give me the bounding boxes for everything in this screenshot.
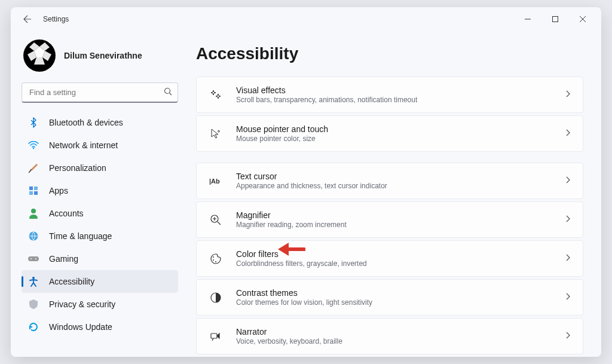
svg-point-25 — [215, 261, 216, 262]
chevron-right-icon — [565, 253, 571, 264]
main-panel: Accessibility Visual effects Scroll bars… — [184, 31, 601, 357]
sidebar-item-label: Personalization — [49, 163, 106, 173]
close-icon — [580, 16, 586, 22]
sidebar-item-accounts[interactable]: Accounts — [22, 202, 178, 225]
cursor-icon — [209, 127, 223, 141]
accessibility-icon — [27, 276, 39, 287]
card-narrator[interactable]: Narrator Voice, verbosity, keyboard, bra… — [196, 318, 583, 354]
page-title: Accessibility — [196, 44, 583, 63]
card-title: Narrator — [236, 327, 565, 337]
sidebar: Dilum Senevirathne Bluetooth & devices N… — [11, 31, 184, 357]
svg-text:|Ab: |Ab — [209, 178, 220, 185]
card-desc: Colorblindness filters, grayscale, inver… — [236, 259, 565, 268]
minimize-icon — [525, 16, 531, 22]
back-button[interactable] — [19, 11, 36, 27]
palette-icon — [209, 252, 223, 266]
svg-point-19 — [35, 258, 36, 259]
card-visual-effects[interactable]: Visual effects Scroll bars, transparency… — [196, 77, 583, 113]
shield-icon — [27, 298, 39, 310]
card-desc: Color themes for low vision, light sensi… — [236, 298, 565, 307]
sidebar-item-label: Accessibility — [49, 277, 94, 286]
chevron-right-icon — [565, 331, 571, 342]
svg-point-23 — [213, 256, 214, 258]
maximize-icon — [552, 16, 558, 22]
person-icon — [27, 207, 39, 219]
sidebar-item-time-language[interactable]: Time & language — [22, 225, 178, 247]
sidebar-item-label: Apps — [49, 186, 68, 195]
sidebar-item-label: Bluetooth & devices — [49, 118, 123, 127]
card-desc: Mouse pointer color, size — [236, 134, 565, 143]
back-arrow-icon — [23, 14, 32, 24]
card-mouse-pointer[interactable]: Mouse pointer and touch Mouse pointer co… — [196, 115, 583, 152]
card-contrast-themes[interactable]: Contrast themes Color themes for low vis… — [196, 279, 583, 316]
svg-point-15 — [31, 209, 36, 213]
sidebar-item-personalization[interactable]: Personalization — [22, 157, 178, 179]
narrator-icon — [209, 329, 223, 344]
search-input[interactable] — [22, 82, 178, 103]
sidebar-item-gaming[interactable]: Gaming — [22, 247, 178, 270]
window-title: Settings — [43, 15, 69, 23]
globe-icon — [27, 230, 39, 242]
chevron-right-icon — [565, 90, 571, 100]
chevron-right-icon — [565, 129, 571, 139]
svg-point-9 — [165, 88, 170, 94]
nav-list: Bluetooth & devices Network & internet P… — [22, 111, 178, 338]
svg-point-10 — [33, 148, 34, 149]
avatar — [23, 39, 56, 72]
sidebar-item-label: Windows Update — [49, 322, 112, 332]
profile-block[interactable]: Dilum Senevirathne — [22, 39, 178, 72]
magnifier-icon — [209, 213, 223, 227]
sidebar-item-accessibility[interactable]: Accessibility — [22, 270, 178, 293]
maximize-button[interactable] — [541, 10, 569, 29]
search-icon — [164, 87, 172, 98]
wifi-icon — [27, 139, 39, 151]
sidebar-item-label: Gaming — [49, 254, 78, 264]
svg-point-24 — [213, 259, 214, 261]
sidebar-item-network[interactable]: Network & internet — [22, 134, 178, 157]
sidebar-item-label: Network & internet — [49, 140, 118, 150]
card-title: Visual effects — [236, 85, 565, 95]
card-desc: Scroll bars, transparency, animations, n… — [236, 96, 565, 104]
card-magnifier[interactable]: Magnifier Magnifier reading, zoom increm… — [196, 201, 583, 238]
card-desc: Appearance and thickness, text cursor in… — [236, 182, 565, 190]
sidebar-item-apps[interactable]: Apps — [22, 179, 178, 202]
card-title: Mouse pointer and touch — [236, 124, 565, 134]
gamepad-icon — [27, 253, 39, 265]
card-desc: Voice, verbosity, keyboard, braille — [236, 337, 565, 345]
svg-rect-14 — [34, 191, 38, 195]
sidebar-item-privacy[interactable]: Privacy & security — [22, 293, 178, 316]
svg-rect-12 — [34, 186, 38, 190]
settings-window: Settings — [11, 7, 601, 357]
chevron-right-icon — [565, 292, 571, 303]
profile-name: Dilum Senevirathne — [64, 51, 142, 60]
card-title: Color filters — [236, 249, 565, 259]
update-icon — [27, 321, 39, 333]
card-title: Contrast themes — [236, 288, 565, 298]
chevron-right-icon — [565, 176, 571, 186]
close-button[interactable] — [569, 10, 596, 29]
sidebar-item-label: Accounts — [49, 209, 84, 218]
titlebar: Settings — [11, 7, 601, 31]
svg-rect-13 — [29, 191, 33, 195]
card-color-filters[interactable]: Color filters Colorblindness filters, gr… — [196, 240, 583, 277]
minimize-button[interactable] — [514, 10, 541, 29]
card-text-cursor[interactable]: |Ab Text cursor Appearance and thickness… — [196, 163, 583, 199]
brush-icon — [27, 162, 39, 174]
sparkle-icon — [209, 88, 223, 102]
svg-rect-27 — [211, 334, 217, 338]
card-title: Magnifier — [236, 210, 565, 220]
sidebar-item-label: Privacy & security — [49, 299, 115, 309]
contrast-icon — [209, 290, 223, 305]
bluetooth-icon — [27, 117, 39, 129]
svg-rect-17 — [28, 256, 39, 261]
text-cursor-icon: |Ab — [209, 174, 223, 188]
card-desc: Magnifier reading, zoom increment — [236, 221, 565, 229]
sidebar-item-bluetooth[interactable]: Bluetooth & devices — [22, 111, 178, 134]
content-area: Dilum Senevirathne Bluetooth & devices N… — [11, 31, 601, 357]
svg-point-18 — [30, 258, 32, 259]
sidebar-item-windows-update[interactable]: Windows Update — [22, 316, 178, 338]
card-title: Text cursor — [236, 172, 565, 181]
apps-icon — [27, 185, 39, 197]
chevron-right-icon — [565, 215, 571, 225]
svg-rect-0 — [553, 17, 558, 22]
